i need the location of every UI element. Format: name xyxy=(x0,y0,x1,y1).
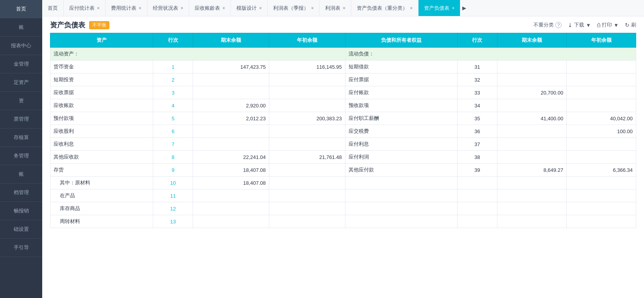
tab-profit-quarterly[interactable]: 利润表（季报） × xyxy=(268,0,320,16)
table-row: 在产品 11 xyxy=(50,189,636,202)
left-section-label: 流动资产： xyxy=(50,48,345,61)
tab-template-design[interactable]: 模版设计 × xyxy=(231,0,268,16)
tab-receivable-aging-close[interactable]: × xyxy=(222,5,225,11)
download-label: 下载 xyxy=(574,21,584,29)
right-year-balance xyxy=(567,177,636,189)
sidebar-item-ledger[interactable]: 账 xyxy=(0,165,42,184)
main-area: 首页 应付统计表 × 费用统计表 × 经营状况表 × 应收账龄表 × 模版设计 … xyxy=(42,0,644,298)
tab-profit-label: 利润表 xyxy=(325,5,340,12)
sidebar-item-guide[interactable]: 手引导 xyxy=(0,239,42,257)
right-row-num xyxy=(457,215,497,228)
refresh-action[interactable]: ↻ 刷 xyxy=(625,21,636,29)
tab-receivable-aging[interactable]: 应收账龄表 × xyxy=(189,0,231,16)
right-year-balance xyxy=(567,138,636,151)
col-year-balance-right: 年初余额 xyxy=(567,33,636,48)
table-row: 应收账款 4 2,920.00 预收款项 34 xyxy=(50,99,636,112)
right-name: 短期借款 xyxy=(345,61,457,73)
left-row-num: 8 xyxy=(153,151,193,164)
left-row-num: 11 xyxy=(153,189,193,202)
sidebar-item-investment[interactable]: 资 xyxy=(0,92,42,110)
download-action[interactable]: ⤓ 下载 ▼ xyxy=(568,21,591,29)
right-end-balance: 8,649.27 xyxy=(497,164,567,177)
left-name: 货币资金 xyxy=(50,61,153,73)
left-row-num: 12 xyxy=(153,202,193,215)
right-end-balance xyxy=(497,73,567,86)
print-label: 打印 xyxy=(602,21,612,29)
tab-balance-reclassify[interactable]: 资产负债表（重分类） × xyxy=(351,0,419,16)
sidebar-item-home[interactable]: 首页 xyxy=(0,0,42,18)
tab-expense-stats-close[interactable]: × xyxy=(139,5,141,11)
table-container: 资产 行次 期末余额 年初余额 负债和所有者权益 行次 期末余额 年初余额 流动… xyxy=(42,33,644,298)
right-name xyxy=(345,189,457,202)
left-year-balance xyxy=(269,164,345,177)
right-name xyxy=(345,177,457,189)
left-year-balance xyxy=(269,73,345,86)
tab-balance[interactable]: 资产负债表 × xyxy=(419,0,460,16)
help-icon[interactable]: ? xyxy=(555,22,562,28)
tab-balance-reclassify-close[interactable]: × xyxy=(410,5,413,11)
section-header-current: 流动资产： 流动负债： xyxy=(50,48,636,61)
sidebar-item-ticket-management[interactable]: 票管理 xyxy=(0,110,42,128)
left-name: 预付款项 xyxy=(50,112,153,125)
tab-expense-stats-label: 费用统计表 xyxy=(111,5,136,12)
sidebar-item-inventory[interactable]: 存核算 xyxy=(0,128,42,147)
left-row-num: 7 xyxy=(153,138,193,151)
not-reclassify-action[interactable]: 不重分类 ? xyxy=(533,21,562,29)
left-year-balance xyxy=(269,177,345,189)
right-name: 应付利润 xyxy=(345,151,457,164)
tab-profit-quarterly-close[interactable]: × xyxy=(311,5,314,11)
table-row: 应收利息 7 应付利息 37 xyxy=(50,138,636,151)
col-row-left: 行次 xyxy=(153,33,193,48)
tab-profit-close[interactable]: × xyxy=(343,5,345,11)
sidebar-item-report-center[interactable]: 报表中心 xyxy=(0,37,42,55)
tab-expense-stats[interactable]: 费用统计表 × xyxy=(106,0,147,16)
sidebar-item-fund-management[interactable]: 金管理 xyxy=(0,55,42,73)
tab-scroll-right[interactable]: ▶ xyxy=(460,5,468,11)
tab-profit[interactable]: 利润表 × xyxy=(320,0,351,16)
right-year-balance xyxy=(567,73,636,86)
sidebar-item-tax[interactable]: 务管理 xyxy=(0,147,42,165)
left-name: 存货 xyxy=(50,164,153,177)
left-name: 应收股利 xyxy=(50,125,153,138)
tab-payable-stats[interactable]: 应付统计表 × xyxy=(64,0,106,16)
tab-operation-status-close[interactable]: × xyxy=(181,5,183,11)
right-row-num xyxy=(457,177,497,189)
left-end-balance xyxy=(193,125,269,138)
left-name: 在产品 xyxy=(50,189,153,202)
left-name: 短期投资 xyxy=(50,73,153,86)
sidebar-item-settings[interactable]: 础设置 xyxy=(0,220,42,239)
right-end-balance xyxy=(497,138,567,151)
left-year-balance: 200,383.23 xyxy=(269,112,345,125)
tab-bar: 首页 应付统计表 × 费用统计表 × 经营状况表 × 应收账龄表 × 模版设计 … xyxy=(42,0,644,16)
right-year-balance: 40,042.00 xyxy=(567,112,636,125)
unbalanced-badge: 不平衡 xyxy=(89,21,109,29)
left-end-balance: 18,407.08 xyxy=(193,177,269,189)
col-year-balance-left: 年初余额 xyxy=(269,33,345,48)
sidebar-item-fixed-assets[interactable]: 定资产 xyxy=(0,73,42,92)
right-year-balance: 6,366.34 xyxy=(567,164,636,177)
right-row-num xyxy=(457,189,497,202)
print-action[interactable]: ⎙ 打印 ▼ xyxy=(597,21,619,29)
right-name: 应付利息 xyxy=(345,138,457,151)
left-name: 应收票据 xyxy=(50,86,153,99)
right-year-balance xyxy=(567,99,636,112)
right-row-num xyxy=(457,202,497,215)
right-name xyxy=(345,202,457,215)
left-end-balance: 2,920.00 xyxy=(193,99,269,112)
tab-template-design-close[interactable]: × xyxy=(259,5,262,11)
right-row-num: 37 xyxy=(457,138,497,151)
right-row-num: 38 xyxy=(457,151,497,164)
tab-balance-close[interactable]: × xyxy=(452,5,454,11)
tab-payable-stats-close[interactable]: × xyxy=(97,5,100,11)
tab-operation-status[interactable]: 经营状况表 × xyxy=(147,0,189,16)
right-row-num: 35 xyxy=(457,112,497,125)
left-year-balance: 21,761.48 xyxy=(269,151,345,164)
sidebar-item-account[interactable]: 账 xyxy=(0,18,42,37)
sidebar-item-expense[interactable]: 畅报销 xyxy=(0,202,42,220)
right-row-num: 31 xyxy=(457,61,497,73)
tab-home[interactable]: 首页 xyxy=(42,0,64,16)
sidebar-item-archive[interactable]: 档管理 xyxy=(0,184,42,202)
left-end-balance xyxy=(193,138,269,151)
right-year-balance xyxy=(567,215,636,228)
print-icon: ⎙ xyxy=(597,22,600,28)
